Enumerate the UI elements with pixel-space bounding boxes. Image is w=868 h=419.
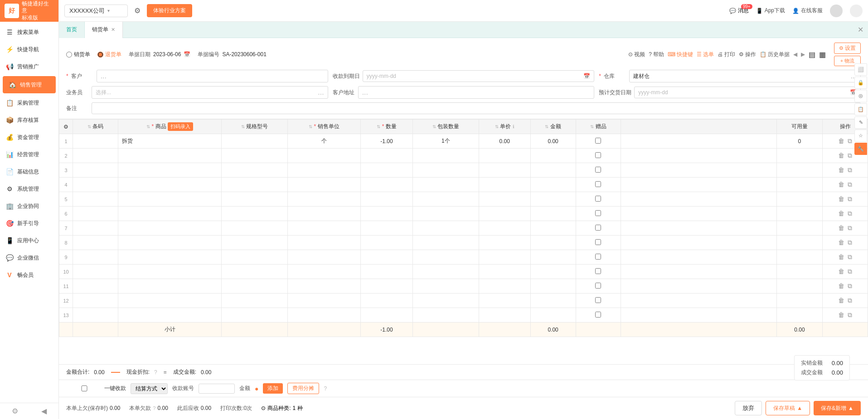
expected-date-input[interactable]: yyyy-mm-dd 📅 — [634, 87, 861, 98]
grid-view-icon[interactable]: ▦ — [819, 50, 826, 59]
right-tool-7[interactable]: 🔧 — [854, 143, 867, 155]
nav-next-icon[interactable]: ▶ — [801, 51, 805, 58]
delete-row-icon[interactable]: 🗑 — [838, 253, 844, 260]
delete-row-icon[interactable]: 🗑 — [838, 166, 844, 173]
cost-help-icon[interactable]: ? — [324, 385, 327, 392]
copy-row-icon[interactable]: ⧉ — [848, 181, 852, 188]
settings-side-btn[interactable]: ⚙ 设置 — [834, 43, 861, 54]
discount-info-icon[interactable]: ? — [154, 369, 157, 376]
salesperson-input[interactable]: 选择... ... — [92, 86, 328, 99]
video-btn[interactable]: ⊙ 视频 — [628, 51, 645, 58]
unit-price-info-icon[interactable]: ℹ — [513, 124, 514, 129]
product-type[interactable]: ⊙ 商品种类: 1 种 — [261, 405, 302, 412]
tab-close-icon[interactable]: ✕ — [111, 27, 115, 33]
remark-input[interactable] — [92, 102, 861, 114]
right-tool-5[interactable]: ✎ — [854, 116, 867, 129]
copy-row-icon[interactable]: ⧉ — [848, 239, 852, 246]
delete-row-icon[interactable]: 🗑 — [838, 239, 844, 246]
history-btn[interactable]: 📋 历史单据 — [760, 51, 790, 58]
company-selector[interactable]: XXXXXX公司 ▾ — [64, 5, 128, 17]
sidebar-item-system[interactable]: ⚙ 系统管理 — [0, 180, 58, 197]
copy-row-icon[interactable]: ⧉ — [848, 195, 852, 202]
sidebar-item-search-order[interactable]: ☰ 搜索菜单 — [0, 24, 58, 41]
trial-button[interactable]: 体验行业方案 — [147, 4, 192, 17]
delete-row-icon[interactable]: 🗑 — [838, 224, 844, 231]
save-new-btn[interactable]: 保存&新增 ▲ — [814, 401, 861, 415]
header-settings-icon[interactable]: ⚙ — [132, 5, 142, 17]
copy-row-icon[interactable]: ⧉ — [848, 137, 852, 144]
delete-row-icon[interactable]: 🗑 — [838, 268, 844, 275]
add-amount-icon[interactable]: ● — [255, 385, 258, 392]
shortcut-btn[interactable]: ⌨ 快捷键 — [668, 51, 693, 58]
delete-row-icon[interactable]: 🗑 — [838, 210, 844, 217]
nav-prev-icon[interactable]: ◀ — [793, 51, 797, 58]
warehouse-input[interactable]: 建材仓 ... — [629, 70, 861, 82]
copy-row-icon[interactable]: ⧉ — [848, 297, 852, 304]
one-click-payment-check[interactable]: 一键收款 — [66, 385, 126, 392]
delete-row-icon[interactable]: 🗑 — [838, 181, 844, 188]
calendar-icon[interactable]: 📅 — [184, 51, 190, 58]
sidebar-item-app-center[interactable]: 📱 应用中心 — [0, 232, 58, 249]
delete-row-icon[interactable]: 🗑 — [838, 297, 844, 304]
calc-method-select[interactable]: 结算方式 — [131, 383, 168, 394]
list-view-icon[interactable]: ▤ — [809, 50, 815, 59]
sidebar-item-quick-nav[interactable]: ⚡ 快捷导航 — [0, 41, 58, 58]
tab-close-all-btn[interactable]: ✕ — [858, 25, 863, 34]
sidebar-item-purchase[interactable]: 📋 采购管理 — [0, 94, 58, 111]
sidebar-item-enterprise[interactable]: 🏢 企业协同 — [0, 197, 58, 215]
copy-row-icon[interactable]: ⧉ — [848, 282, 852, 289]
copy-row-icon[interactable]: ⧉ — [848, 224, 852, 231]
right-tool-6[interactable]: ☆ — [854, 130, 867, 142]
copy-row-icon[interactable]: ⧉ — [848, 166, 852, 173]
copy-row-icon[interactable]: ⧉ — [848, 152, 852, 159]
sidebar-item-basic-info[interactable]: 📄 基础信息 — [0, 163, 58, 180]
owed-info-icon[interactable]: ? — [153, 405, 155, 411]
radio-return-order[interactable]: 退货单 — [97, 51, 121, 58]
save-draft-btn[interactable]: 保存草稿 ▲ — [766, 401, 810, 415]
message-action[interactable]: 💬 消息 99+ — [729, 7, 749, 14]
user-avatar2[interactable] — [850, 5, 863, 17]
account-input[interactable] — [199, 384, 235, 394]
sidebar-item-member[interactable]: V 畅会员 — [0, 266, 58, 284]
delete-row-icon[interactable]: 🗑 — [838, 152, 844, 159]
customer-input[interactable]: ... — [97, 70, 328, 82]
add-payment-btn[interactable]: 添加 — [263, 383, 283, 394]
tab-sales-order[interactable]: 销货单 ✕ — [85, 22, 123, 38]
right-tool-2[interactable]: 🔒 — [854, 77, 867, 89]
collapse-btn[interactable]: ◀ — [41, 407, 47, 415]
customer-addr-input[interactable]: ... — [358, 86, 595, 99]
radio-sales-order[interactable]: 销货单 — [66, 51, 90, 58]
sidebar-item-sales[interactable]: 🏠 销售管理 — [3, 76, 56, 93]
operation-btn[interactable]: ⚙ 操作 — [739, 51, 756, 58]
payment-date-input[interactable]: yyyy-mm-dd 📅 — [363, 70, 595, 82]
discard-btn[interactable]: 放弃 — [735, 401, 762, 415]
sidebar-item-newbie[interactable]: 🎯 新手引导 — [0, 215, 58, 232]
copy-row-icon[interactable]: ⧉ — [848, 210, 852, 217]
sidebar-item-marketing[interactable]: 📢 营销推广 — [0, 58, 58, 75]
delete-row-icon[interactable]: 🗑 — [838, 282, 844, 289]
copy-row-icon[interactable]: ⧉ — [848, 311, 852, 318]
th-settings[interactable]: ⚙ — [59, 120, 73, 134]
scan-input-btn[interactable]: 扫码录入 — [168, 122, 193, 131]
help-btn[interactable]: ? 帮助 — [649, 51, 664, 58]
sidebar-item-operation[interactable]: 📊 经营管理 — [0, 146, 58, 163]
sidebar-item-wechat[interactable]: 💬 企业微信 — [0, 249, 58, 266]
app-download-action[interactable]: 📱 App下载 — [756, 7, 785, 14]
print-btn[interactable]: 🖨 打印 — [718, 51, 735, 58]
copy-row-icon[interactable]: ⧉ — [848, 268, 852, 275]
right-tool-4[interactable]: 📋 — [854, 103, 867, 116]
delete-row-icon[interactable]: 🗑 — [838, 137, 844, 144]
online-service-action[interactable]: 👤 在线客服 — [792, 7, 823, 14]
user-avatar[interactable] — [830, 5, 843, 17]
delete-row-icon[interactable]: 🗑 — [838, 195, 844, 202]
cost-split-btn[interactable]: 费用分摊 — [287, 383, 319, 394]
right-tool-3[interactable]: ◎ — [854, 90, 867, 102]
delete-row-icon[interactable]: 🗑 — [838, 311, 844, 318]
right-tool-1[interactable]: ⬜ — [854, 63, 867, 76]
sidebar-item-inventory[interactable]: 📦 库存核算 — [0, 111, 58, 129]
select-btn[interactable]: ☰ 选单 — [697, 51, 714, 58]
settings-btn[interactable]: ⚙ — [12, 407, 18, 415]
copy-row-icon[interactable]: ⧉ — [848, 253, 852, 260]
sidebar-item-capital[interactable]: 💰 资金管理 — [0, 129, 58, 146]
tab-home[interactable]: 首页 — [59, 22, 85, 38]
